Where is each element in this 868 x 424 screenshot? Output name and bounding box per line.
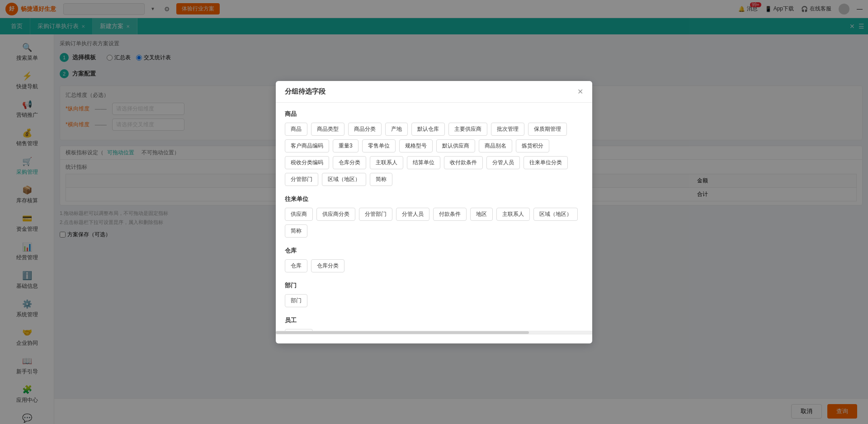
field-tag-product-7[interactable]: 保质期管理	[528, 123, 567, 136]
modal-close-btn[interactable]: ✕	[577, 87, 583, 96]
field-tag-product-13[interactable]: 商品别名	[479, 139, 512, 152]
field-tag-product-15[interactable]: 税收分类编码	[285, 156, 329, 169]
modal-scrollbar-thumb	[276, 331, 529, 333]
field-tag-partner-4[interactable]: 付款条件	[433, 208, 467, 221]
field-tag-product-21[interactable]: 往来单位分类	[524, 156, 568, 169]
field-tag-partner-7[interactable]: 区域（地区）	[533, 208, 578, 221]
field-tag-product-5[interactable]: 主要供应商	[448, 123, 487, 136]
field-grid-warehouse: 仓库仓库分类	[285, 259, 583, 272]
field-tag-product-10[interactable]: 零售单位	[362, 139, 396, 152]
field-section-department: 部门部门	[285, 281, 583, 307]
field-grid-department: 部门	[285, 294, 583, 307]
field-section-employee: 员工业务员	[285, 316, 583, 331]
modal-title: 分组待选字段	[285, 87, 326, 96]
field-tag-product-18[interactable]: 结算单位	[407, 156, 440, 169]
field-section-title-partner: 往来单位	[285, 195, 583, 203]
field-tag-product-0[interactable]: 商品	[285, 123, 307, 136]
field-tag-partner-5[interactable]: 地区	[470, 208, 493, 221]
field-section-partner: 往来单位供应商供应商分类分管部门分管人员付款条件地区主联系人区域（地区）简称	[285, 195, 583, 238]
field-tag-partner-3[interactable]: 分管人员	[396, 208, 429, 221]
field-section-title-product: 商品	[285, 110, 583, 118]
field-tag-product-1[interactable]: 商品类型	[311, 123, 344, 136]
modal-dialog: 分组待选字段 ✕ 商品商品商品类型商品分类产地默认仓库主要供应商批次管理保质期管…	[276, 81, 592, 343]
field-tag-product-16[interactable]: 仓库分类	[333, 156, 366, 169]
field-tag-product-19[interactable]: 收付款条件	[444, 156, 483, 169]
field-tag-product-14[interactable]: 炼货积分	[516, 139, 549, 152]
field-grid-partner: 供应商供应商分类分管部门分管人员付款条件地区主联系人区域（地区）简称	[285, 208, 583, 238]
field-tag-product-17[interactable]: 主联系人	[370, 156, 403, 169]
field-tag-product-2[interactable]: 商品分类	[348, 123, 382, 136]
field-tag-product-24[interactable]: 简称	[370, 173, 392, 186]
field-tag-partner-8[interactable]: 简称	[285, 224, 307, 238]
field-tag-partner-6[interactable]: 主联系人	[496, 208, 530, 221]
field-tag-product-11[interactable]: 规格型号	[399, 139, 433, 152]
modal-header: 分组待选字段 ✕	[276, 81, 592, 103]
field-tag-product-3[interactable]: 产地	[385, 123, 408, 136]
field-section-title-employee: 员工	[285, 316, 583, 324]
modal-footer	[276, 334, 592, 343]
field-tag-partner-0[interactable]: 供应商	[285, 208, 313, 221]
field-grid-product: 商品商品类型商品分类产地默认仓库主要供应商批次管理保质期管理客户商品编码重量3零…	[285, 123, 583, 186]
field-section-title-department: 部门	[285, 281, 583, 290]
field-tag-product-20[interactable]: 分管人员	[486, 156, 520, 169]
field-tag-product-8[interactable]: 客户商品编码	[285, 139, 329, 152]
field-tag-product-22[interactable]: 分管部门	[285, 173, 318, 186]
field-tag-product-9[interactable]: 重量3	[333, 139, 359, 152]
field-tag-partner-1[interactable]: 供应商分类	[316, 208, 355, 221]
field-tag-partner-2[interactable]: 分管部门	[359, 208, 392, 221]
field-section-warehouse: 仓库仓库仓库分类	[285, 247, 583, 272]
field-tag-warehouse-1[interactable]: 仓库分类	[311, 259, 344, 272]
modal-body: 商品商品商品类型商品分类产地默认仓库主要供应商批次管理保质期管理客户商品编码重量…	[276, 103, 592, 331]
field-section-title-warehouse: 仓库	[285, 247, 583, 255]
field-tag-product-4[interactable]: 默认仓库	[411, 123, 445, 136]
modal-overlay: 分组待选字段 ✕ 商品商品商品类型商品分类产地默认仓库主要供应商批次管理保质期管…	[0, 0, 868, 424]
field-tag-product-6[interactable]: 批次管理	[491, 123, 524, 136]
field-tag-product-23[interactable]: 区域（地区）	[322, 173, 366, 186]
field-tag-warehouse-0[interactable]: 仓库	[285, 259, 307, 272]
field-tag-product-12[interactable]: 默认供应商	[436, 139, 475, 152]
modal-horizontal-scrollbar[interactable]	[276, 331, 592, 333]
field-tag-department-0[interactable]: 部门	[285, 294, 307, 307]
field-section-product: 商品商品商品类型商品分类产地默认仓库主要供应商批次管理保质期管理客户商品编码重量…	[285, 110, 583, 186]
